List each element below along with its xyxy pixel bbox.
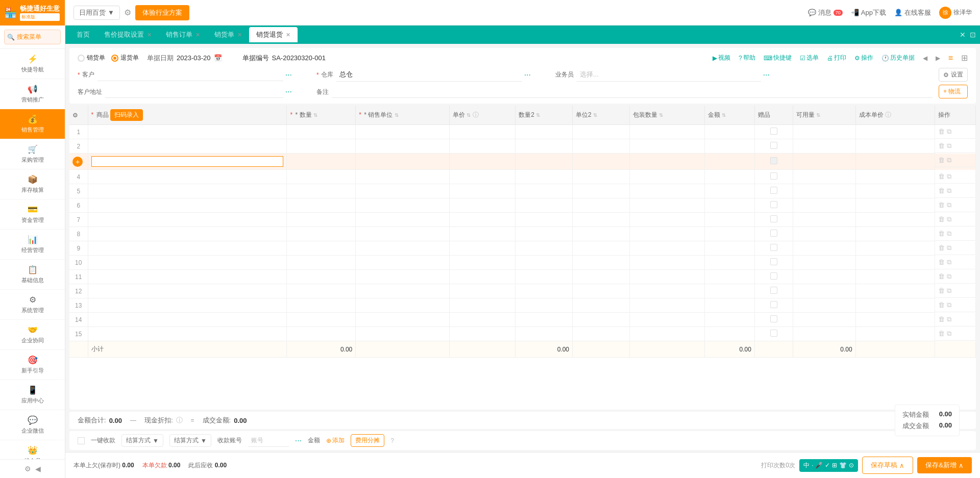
copy-btn[interactable]: ⧉ [947,244,951,252]
tab-sales-return-close[interactable]: ✕ [286,32,290,38]
col-settings[interactable]: ⚙ [69,106,88,125]
sidebar-item-newguide[interactable]: 🎯 新手引导 [0,350,65,380]
row-gift-2[interactable] [754,139,793,154]
copy-row-2-btn[interactable]: ⧉ [947,142,951,150]
staff-picker-btn[interactable]: ··· [763,70,770,80]
row-qty2-1[interactable] [516,125,573,139]
row-product-3[interactable] [88,154,287,170]
tab-price-extract-close[interactable]: ✕ [147,32,152,38]
delete-btn[interactable]: 🗑 [938,272,945,281]
add-payment-btn[interactable]: ⊕ 添加 [326,436,345,445]
tab-sales-delivery-close[interactable]: ✕ [237,32,242,38]
row-price-1[interactable] [449,125,515,139]
print-link[interactable]: 🖨 打印 [827,54,846,62]
logistics-side-btn[interactable]: + 物流 [939,85,968,98]
copy-row-3-btn[interactable]: ⧉ [947,156,951,164]
delete-btn[interactable]: 🗑 [938,244,945,252]
product-input-3[interactable] [91,156,284,167]
copy-btn[interactable]: ⧉ [947,272,951,281]
delete-row-2-btn[interactable]: 🗑 [938,142,945,150]
save-draft-btn[interactable]: 保存草稿 ∧ [862,457,913,474]
row-amount-1[interactable] [704,125,754,139]
sidebar-item-shortcut[interactable]: ⚡ 快捷导航 [0,49,65,79]
sidebar-item-marketing[interactable]: 📢 营销推广 [0,79,65,109]
delete-btn[interactable]: 🗑 [938,172,945,181]
row-qty-1[interactable] [287,125,356,139]
address-picker-btn[interactable]: ··· [285,87,292,96]
tab-sales-delivery[interactable]: 销货单 ✕ [207,27,249,42]
split-btn[interactable]: 费用分摊 [351,434,384,447]
history-link[interactable]: 🕐 历史单据 [881,54,915,62]
delete-row-3-btn[interactable]: 🗑 [938,156,945,164]
settle-method-select[interactable]: 结算方式 ▼ [121,434,163,447]
remark-input[interactable] [332,86,933,98]
tab-home[interactable]: 首页 [69,27,97,42]
sort-packqty-icon[interactable]: ⇅ [659,112,663,118]
copy-btn[interactable]: ⧉ [947,301,951,309]
delete-btn[interactable]: 🗑 [938,201,945,209]
row-qty2-3[interactable] [516,154,573,170]
experience-btn[interactable]: 体验行业方案 [135,5,189,20]
row-unit2-3[interactable] [573,154,630,170]
next-icon[interactable]: ▶ [936,55,940,62]
sort-available-icon[interactable]: ⇅ [816,112,820,118]
customer-picker-btn[interactable]: ··· [285,70,292,80]
settings-side-btn[interactable]: ⚙ 设置 [939,68,968,82]
help-link[interactable]: ? 帮助 [739,54,755,62]
maximize-tab-btn[interactable]: ⊡ [970,31,976,39]
copy-btn[interactable]: ⧉ [947,201,951,209]
sidebar-item-enterprise[interactable]: 🤝 企业协同 [0,320,65,350]
copy-btn[interactable]: ⧉ [947,230,951,238]
sidebar-item-sales[interactable]: 💰 销售管理 [0,109,65,139]
warehouse-picker-btn[interactable]: ··· [524,70,531,80]
sort-price-icon[interactable]: ⇅ [467,112,471,118]
sidebar-settings-btn[interactable]: ⚙ [24,465,31,473]
tab-sales-order-close[interactable]: ✕ [195,32,200,38]
radio-sales-return[interactable]: 退货单 [111,54,139,62]
close-tab-btn[interactable]: ✕ [960,31,966,39]
row-amount-3[interactable] [704,154,754,170]
operate-link[interactable]: ⚙ 操作 [854,54,873,62]
company-dropdown[interactable]: 日用百货 ▼ [74,6,120,20]
delete-btn[interactable]: 🗑 [938,315,945,323]
calendar-icon[interactable]: 📅 [214,54,222,62]
copy-btn[interactable]: ⧉ [947,215,951,223]
select-link[interactable]: ☑ 选单 [800,54,819,62]
warehouse-input[interactable]: 总仓 [336,68,522,82]
sort-unit-icon[interactable]: ⇅ [395,112,399,118]
delete-btn[interactable]: 🗑 [938,230,945,238]
customer-input[interactable] [97,69,283,81]
sidebar-item-purchase[interactable]: 🛒 采购管理 [0,139,65,169]
list-view-btn[interactable]: ⊞ [961,53,968,63]
row-packqty-2[interactable] [629,139,704,154]
delete-btn[interactable]: 🗑 [938,287,945,295]
row-price-2[interactable] [449,139,515,154]
prev-icon[interactable]: ◀ [923,55,927,62]
sidebar-item-finance[interactable]: 💳 资金管理 [0,199,65,230]
sidebar-item-member[interactable]: 👑 畅会员 [0,440,65,459]
tab-sales-order[interactable]: 销售订单 ✕ [159,27,207,42]
sidebar-item-appstore[interactable]: 📱 应用中心 [0,380,65,410]
row-cost-3[interactable] [855,154,935,170]
delete-btn[interactable]: 🗑 [938,215,945,223]
account-picker-btn[interactable]: ··· [295,436,302,445]
delete-btn[interactable]: 🗑 [938,258,945,266]
account-input[interactable]: 账号 [248,435,289,447]
discount-info-icon[interactable]: ⓘ [176,416,183,425]
row-gift-1[interactable] [754,125,793,139]
sort-qty2-icon[interactable]: ⇅ [536,112,540,118]
copy-btn[interactable]: ⧉ [947,330,951,338]
delete-row-1-btn[interactable]: 🗑 [938,128,945,136]
row-qty-3[interactable] [287,154,356,170]
row-unit2-2[interactable] [573,139,630,154]
calc-method-select[interactable]: 结算方式 ▼ [169,434,211,447]
copy-btn[interactable]: ⧉ [947,258,951,266]
payment-help-icon[interactable]: ? [390,437,394,444]
sort-amount-icon[interactable]: ⇅ [722,112,726,118]
video-link[interactable]: ▶ 视频 [713,54,730,62]
address-input[interactable] [105,86,283,98]
copy-btn[interactable]: ⧉ [947,172,951,181]
copy-btn[interactable]: ⧉ [947,315,951,323]
row-packqty-3[interactable] [629,154,704,170]
row-available-3[interactable] [793,154,856,170]
